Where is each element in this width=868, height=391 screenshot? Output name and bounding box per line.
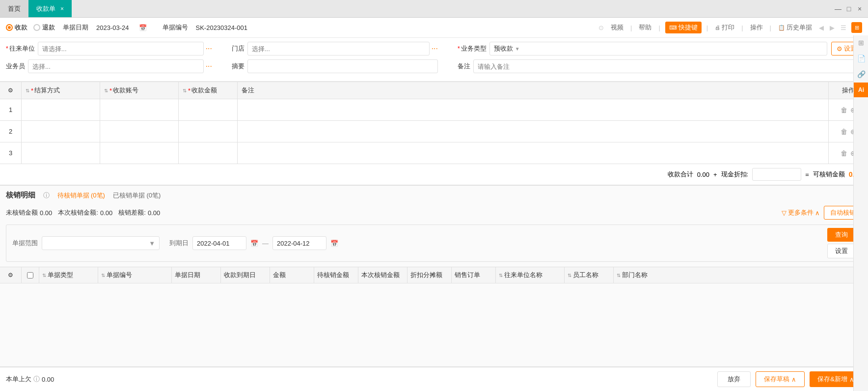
due-label: 到期日 xyxy=(169,239,189,248)
store-label: 门店 xyxy=(232,44,244,53)
select-all-checkbox[interactable] xyxy=(27,272,33,279)
receipt-label: 收款 xyxy=(15,23,27,32)
row1-method[interactable] xyxy=(22,99,100,120)
partner-dots-btn[interactable]: ··· xyxy=(206,44,212,53)
minimize-button[interactable]: — xyxy=(834,4,842,13)
window-controls: — □ × xyxy=(834,4,868,13)
range-select[interactable]: ▼ xyxy=(42,236,160,250)
business-type-field: * 业务类型 预收款 ▼ ⚙ 设置 xyxy=(458,42,862,56)
chevron-up-icon: ∧ xyxy=(815,209,820,217)
tab-receipt[interactable]: 收款单 × xyxy=(28,0,72,17)
shortcut-btn[interactable]: ⌨ 快捷键 xyxy=(665,22,702,33)
row3-method[interactable] xyxy=(22,142,100,164)
bth-partner: ⇅ 往来单位名称 xyxy=(496,267,565,283)
info-circle-icon: ⓘ xyxy=(33,375,40,384)
row3-amount[interactable] xyxy=(179,142,238,164)
th-settings[interactable]: ⚙ xyxy=(0,82,22,99)
staff-input[interactable] xyxy=(28,59,204,73)
summary-label: 摘要 xyxy=(232,62,244,71)
partner-required-star: * xyxy=(6,45,8,52)
tab-bar: 首页 收款单 × — □ × xyxy=(0,0,868,18)
help-btn[interactable]: 帮助 xyxy=(637,22,653,33)
sort-num-icon: ⇅ xyxy=(101,273,105,278)
print-btn[interactable]: 🖨 打印 xyxy=(713,22,736,33)
table-row: 2 🗑 ⊕ xyxy=(0,121,868,142)
close-button[interactable]: × xyxy=(855,4,864,13)
discount-input[interactable] xyxy=(752,168,801,181)
partner-input[interactable] xyxy=(38,42,204,56)
main-content: 收款 退款 单据日期 2023-03-24 📅 单据编号 SK-20230324… xyxy=(0,18,868,391)
tab-home[interactable]: 首页 xyxy=(0,0,28,17)
range-chevron-icon: ▼ xyxy=(149,240,155,247)
date-to-input[interactable] xyxy=(272,236,326,250)
sidebar-link-icon[interactable]: 🔗 xyxy=(854,67,868,82)
bth-verify: 本次核销金额 xyxy=(358,267,407,283)
refund-radio-circle xyxy=(33,24,40,31)
row3-account[interactable] xyxy=(100,142,179,164)
bth-discount: 折扣分摊额 xyxy=(407,267,452,283)
sidebar-table-icon[interactable]: ⊞ xyxy=(854,35,868,50)
calendar-icon[interactable]: 📅 xyxy=(139,24,147,31)
abandon-button[interactable]: 放弃 xyxy=(717,371,751,387)
net-label: 可核销金额 xyxy=(813,170,845,179)
row2-amount[interactable] xyxy=(179,121,238,142)
verification-title: 核销明细 xyxy=(6,191,35,200)
operation-btn[interactable]: 操作 xyxy=(748,22,765,33)
verify-diff: 核销差额: 0.00 xyxy=(118,208,160,217)
row2-note[interactable] xyxy=(238,121,829,142)
sort-dept-icon: ⇅ xyxy=(617,273,621,278)
sort-icon-account: ⇅ xyxy=(104,88,108,93)
row2-delete-icon[interactable]: 🗑 xyxy=(841,128,847,136)
grid-btn[interactable]: ⊞ xyxy=(851,22,862,33)
summary-input[interactable] xyxy=(247,59,438,73)
row1-delete-icon[interactable]: 🗑 xyxy=(841,106,847,114)
verification-header: 核销明细 ⓘ 待核销单据 (0笔) 已核销单据 (0笔) xyxy=(0,186,868,203)
date-from-input[interactable] xyxy=(192,236,246,250)
info-icon[interactable]: ⓘ xyxy=(43,191,50,200)
bottom-label: 本单上欠 xyxy=(6,375,31,384)
receipt-radio[interactable]: 收款 xyxy=(6,23,27,32)
btype-select[interactable]: 预收款 ▼ xyxy=(489,42,827,56)
search-settings-btn[interactable]: 设置 xyxy=(827,244,856,258)
row1-account[interactable] xyxy=(100,99,179,120)
staff-label: 业务员 xyxy=(6,62,25,71)
date-value: 2023-03-24 xyxy=(96,24,129,31)
row2-account[interactable] xyxy=(100,121,179,142)
refund-radio[interactable]: 退款 xyxy=(33,23,55,32)
row1-amount[interactable] xyxy=(179,99,238,120)
bth-checkbox[interactable] xyxy=(22,267,39,283)
tab-close-icon[interactable]: × xyxy=(60,5,64,12)
toolbar-right: ⊙ 视频 | 帮助 | ⌨ 快捷键 | 🖨 打印 | 操作 | xyxy=(597,22,862,33)
bth-pending: 待核销金额 xyxy=(314,267,358,283)
video-btn[interactable]: 视频 xyxy=(609,22,625,33)
bth-num: ⇅ 单据编号 xyxy=(98,267,172,283)
sidebar-ai-icon[interactable]: Ai xyxy=(854,83,868,97)
sidebar-doc-icon[interactable]: 📄 xyxy=(854,51,868,66)
bth-settings[interactable]: ⚙ xyxy=(0,267,22,283)
query-button[interactable]: 查询 xyxy=(827,228,856,242)
store-input[interactable] xyxy=(247,42,430,56)
partner-field: * 往来单位 ··· xyxy=(6,42,212,56)
row1-note[interactable] xyxy=(238,99,829,120)
range-field: 单据范围 ▼ xyxy=(12,236,160,250)
done-tab[interactable]: 已核销单据 (0笔) xyxy=(113,191,161,200)
current-verify-amount: 本次核销金额: 0.00 xyxy=(58,208,112,217)
staff-dots-btn[interactable]: ··· xyxy=(206,62,212,71)
calendar-from-icon[interactable]: 📅 xyxy=(250,240,258,247)
calendar-to-icon[interactable]: 📅 xyxy=(330,240,338,247)
maximize-button[interactable]: □ xyxy=(844,4,853,13)
row2-method[interactable] xyxy=(22,121,100,142)
save-draft-button[interactable]: 保存草稿 ∧ xyxy=(756,371,805,387)
search-actions: 查询 设置 xyxy=(827,228,856,258)
draft-chevron-icon: ∧ xyxy=(791,376,796,383)
number-label: 单据编号 xyxy=(163,23,188,32)
bth-dept: ⇅ 部门名称 xyxy=(614,267,663,283)
more-conditions-btn[interactable]: ▽ 更多条件 ∧ xyxy=(782,208,820,217)
pending-tab[interactable]: 待核销单据 (0笔) xyxy=(57,191,105,200)
filter-row: 未核销金额 0.00 本次核销金额: 0.00 核销差额: 0.00 ▽ 更多条… xyxy=(0,203,868,223)
row3-note[interactable] xyxy=(238,142,829,164)
history-btn[interactable]: 📋 历史单据 xyxy=(776,22,814,33)
note-input[interactable] xyxy=(473,59,862,73)
store-dots-btn[interactable]: ··· xyxy=(432,44,438,53)
row3-delete-icon[interactable]: 🗑 xyxy=(841,149,847,157)
